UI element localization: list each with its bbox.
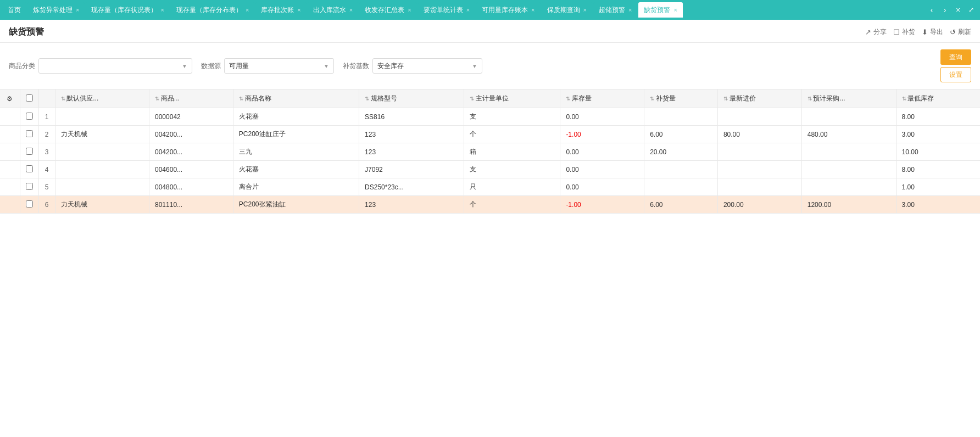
tab-inventory-dist[interactable]: 现存量（库存分布表）× [171, 2, 254, 18]
export-button[interactable]: ⬇ 导出 [922, 27, 943, 37]
tab-label: 保质期查询 [547, 5, 580, 15]
table-row: 6 力天机械 801110... PC200张紧油缸 123 个 -1.00 6… [0, 196, 980, 214]
datasource-label: 数据源 [201, 61, 221, 71]
td-code-5: 801110... [149, 196, 233, 214]
tab-label: 库存批次账 [261, 5, 294, 15]
td-num-5: 6 [38, 196, 55, 214]
query-button[interactable]: 查询 [940, 49, 971, 65]
tab-label: 现存量（库存状况表） [91, 5, 157, 15]
settings-button[interactable]: 设置 [940, 67, 971, 82]
th-name[interactable]: 商品名称 [233, 89, 359, 108]
td-est-purchase-3 [801, 161, 896, 178]
tab-abnormal[interactable]: 炼货异常处理× [27, 2, 85, 18]
tab-close-overstock[interactable]: × [628, 7, 632, 13]
tab-home[interactable]: 首页 [2, 2, 26, 18]
td-num-3: 4 [38, 161, 55, 178]
tab-label: 要货单统计表 [424, 5, 463, 15]
tab-close-inout-flow[interactable]: × [349, 7, 353, 13]
restock-base-select[interactable]: 安全库存 ▼ [372, 58, 482, 74]
th-spec[interactable]: 规格型号 [359, 89, 464, 108]
datasource-select[interactable]: 可用量 ▼ [224, 58, 334, 74]
tab-next-btn[interactable]: › [938, 3, 951, 16]
tab-label: 收发存汇总表 [365, 5, 404, 15]
tab-label: 出入库流水 [313, 5, 346, 15]
td-unit-0: 支 [464, 108, 560, 126]
tab-close-expiry[interactable]: × [583, 7, 587, 13]
td-spec-4: DS250*23c... [359, 178, 464, 196]
td-name-1: PC200油缸庄子 [233, 126, 359, 143]
row-checkbox-1[interactable] [26, 130, 33, 137]
tab-batch-account[interactable]: 库存批次账× [255, 2, 306, 18]
select-all-checkbox[interactable] [26, 94, 33, 102]
td-checkbox-1[interactable] [20, 126, 38, 143]
td-name-2: 三九 [233, 143, 359, 161]
td-code-0: 0000042 [149, 108, 233, 126]
td-code-4: 004800... [149, 178, 233, 196]
td-checkbox-3[interactable] [20, 161, 38, 178]
td-min-stock-4: 1.00 [896, 178, 980, 196]
row-checkbox-5[interactable] [26, 200, 33, 208]
td-settings-1 [0, 126, 20, 143]
tab-available-ledger[interactable]: 可用量库存账本× [476, 2, 540, 18]
th-settings[interactable]: ⚙ [0, 89, 20, 108]
tab-close-abnormal[interactable]: × [76, 7, 79, 13]
row-checkbox-0[interactable] [26, 113, 33, 120]
tab-close-available-ledger[interactable]: × [531, 7, 534, 13]
td-stock-1: -1.00 [560, 126, 644, 143]
td-latest-price-2 [717, 143, 801, 161]
tab-close-inventory-status[interactable]: × [160, 7, 164, 13]
tab-close-batch-account[interactable]: × [297, 7, 300, 13]
td-checkbox-2[interactable] [20, 143, 38, 161]
td-supplier-1: 力天机械 [55, 126, 149, 143]
td-est-purchase-2 [801, 143, 896, 161]
tab-inout-flow[interactable]: 出入库流水× [308, 2, 358, 18]
tab-expiry[interactable]: 保质期查询× [542, 2, 592, 18]
row-checkbox-2[interactable] [26, 148, 33, 155]
th-min-stock[interactable]: 最低库存 [896, 89, 980, 108]
td-unit-1: 个 [464, 126, 560, 143]
td-checkbox-5[interactable] [20, 196, 38, 214]
tab-close-shortage[interactable]: × [673, 7, 677, 13]
tab-order-stats[interactable]: 要货单统计表× [418, 2, 475, 18]
header-actions: ↗ 分享 ☐ 补货 ⬇ 导出 ↺ 刷新 [865, 27, 971, 37]
datasource-filter-group: 数据源 可用量 ▼ [201, 58, 334, 74]
tab-inventory-status[interactable]: 现存量（库存状况表）× [86, 2, 169, 18]
row-checkbox-4[interactable] [26, 183, 33, 190]
th-latest-price[interactable]: 最新进价 [717, 89, 801, 108]
refresh-button[interactable]: ↺ 刷新 [950, 27, 971, 37]
tab-bar: 首页炼货异常处理×现存量（库存状况表）×现存量（库存分布表）×库存批次账×出入库… [0, 0, 980, 20]
category-select[interactable]: ▼ [38, 58, 192, 74]
td-num-0: 1 [38, 108, 55, 126]
th-est-purchase[interactable]: 预计采购... [801, 89, 896, 108]
th-restock[interactable]: 补货量 [644, 89, 718, 108]
th-code[interactable]: 商品... [149, 89, 233, 108]
td-est-purchase-0 [801, 108, 896, 126]
tab-recv-summary[interactable]: 收发存汇总表× [359, 2, 416, 18]
tab-prev-btn[interactable]: ‹ [925, 3, 938, 16]
th-checkbox[interactable] [20, 89, 38, 108]
th-supplier[interactable]: 默认供应... [55, 89, 149, 108]
td-settings-0 [0, 108, 20, 126]
td-checkbox-4[interactable] [20, 178, 38, 196]
share-button[interactable]: ↗ 分享 [865, 27, 887, 37]
td-num-4: 5 [38, 178, 55, 196]
gear-icon[interactable]: ⚙ [7, 95, 13, 103]
th-unit[interactable]: 主计量单位 [464, 89, 560, 108]
tab-close-order-stats[interactable]: × [466, 7, 470, 13]
tab-fullscreen-btn[interactable]: ⤢ [965, 3, 978, 16]
table-row: 3 004200... 三九 123 箱 0.00 20.00 10.00 [0, 143, 980, 161]
td-supplier-3 [55, 161, 149, 178]
row-checkbox-3[interactable] [26, 165, 33, 172]
category-filter-group: 商品分类 ▼ [9, 58, 192, 74]
tab-close-inventory-dist[interactable]: × [246, 7, 249, 13]
tab-close-recv-summary[interactable]: × [408, 7, 411, 13]
supply-icon: ☐ [893, 28, 900, 36]
td-est-purchase-4 [801, 178, 896, 196]
tab-shortage[interactable]: 缺货预警× [638, 2, 682, 18]
restock-base-value: 安全库存 [377, 61, 404, 71]
tab-overstock[interactable]: 超储预警× [593, 2, 637, 18]
supply-button[interactable]: ☐ 补货 [893, 27, 915, 37]
td-checkbox-0[interactable] [20, 108, 38, 126]
tab-close-btn[interactable]: × [951, 3, 965, 16]
th-stock[interactable]: 库存量 [560, 89, 644, 108]
